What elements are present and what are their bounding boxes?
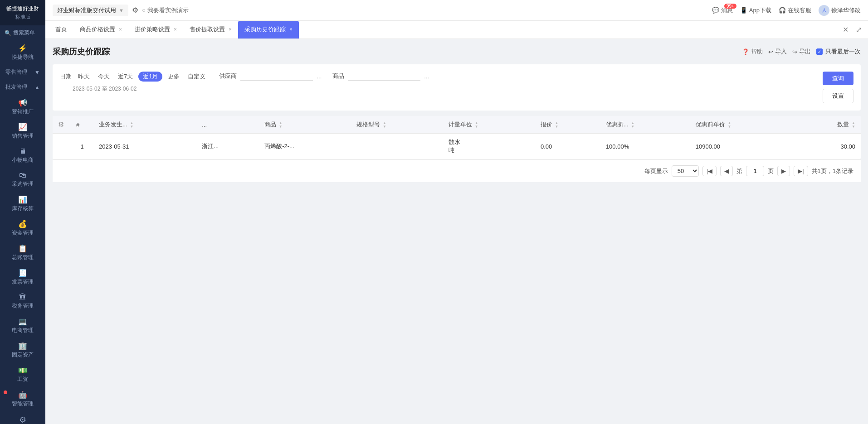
tab-purchase-strategy-close[interactable]: × [174, 26, 177, 33]
pagination: 每页显示 50 20 100 |◀ ◀ 第 页 ▶ ▶| 共1页，1条记录 [53, 159, 861, 182]
per-page-select[interactable]: 50 20 100 [672, 165, 699, 177]
sidebar-item-label: 快捷导航 [12, 53, 34, 61]
online-service-button[interactable]: 🎧 在线客服 [779, 6, 811, 14]
page-next-btn[interactable]: ▶ [777, 166, 790, 176]
sidebar-item-wholesale[interactable]: 批发管理 ▲ [0, 80, 45, 95]
date-option-more[interactable]: 更多 [165, 72, 182, 82]
main-area: 好业财标准版交付试用 ▼ ⚙ ○ 我要看实例演示 💬 消息 99+ 📱 App下… [45, 0, 868, 424]
export-action[interactable]: ↪ 导出 [792, 48, 811, 56]
sidebar-item-marketing[interactable]: 📢 营销推广 [0, 95, 45, 119]
supplier-more-btn[interactable]: ... [317, 73, 322, 80]
sidebar-search-item[interactable]: 🔍 搜索菜单 [0, 25, 45, 40]
topbar-left: 好业财标准版交付试用 ▼ ⚙ ○ 我要看实例演示 [53, 5, 712, 16]
sidebar: 畅捷通好业财 标准版 🔍 搜索菜单 ⚡ 快捷导航 零售管理 ▼ 批发管理 ▲ 📢… [0, 0, 45, 424]
sidebar-item-label: 电商管理 [12, 327, 34, 334]
only-latest-checkbox[interactable]: 只看最后一次 [816, 48, 861, 56]
sidebar-item-payroll[interactable]: 💵 工资 [0, 362, 45, 387]
th-unit-label: 计量单位 [449, 121, 472, 128]
sidebar-item-ecommerce[interactable]: 💻 电商管理 [0, 313, 45, 338]
sidebar-item-purchase[interactable]: 🛍 采购管理 [0, 168, 45, 192]
th-discount[interactable]: 优惠折... ▲▼ [600, 116, 690, 134]
th-more[interactable]: ... [196, 116, 259, 134]
settings-gear-icon[interactable]: ⚙ [19, 415, 26, 424]
page-number-input[interactable] [746, 166, 764, 176]
sidebar-item-inventory[interactable]: 📊 库存核算 [0, 192, 45, 216]
edition-selector[interactable]: 好业财标准版交付试用 ▼ [53, 5, 128, 16]
goods-filter-input[interactable] [348, 72, 420, 81]
date-filter-group: 日期 昨天 今天 近7天 近1月 更多 自定义 2023-05-02 至 202… [60, 72, 208, 93]
help-action[interactable]: ❓ 帮助 [742, 48, 763, 56]
tab-goods-price-label: 商品价格设置 [80, 25, 115, 34]
settings-button[interactable]: 设置 [823, 89, 853, 103]
column-settings-icon[interactable]: ⚙ [58, 120, 64, 128]
sidebar-item-invoice[interactable]: 🧾 发票管理 [0, 265, 45, 289]
tab-home[interactable]: 首页 [49, 21, 73, 39]
import-action[interactable]: ↩ 导入 [768, 48, 787, 56]
inventory-icon: 📊 [18, 195, 27, 204]
tab-purchase-strategy[interactable]: 进价策略设置 × [128, 21, 183, 39]
date-option-yesterday[interactable]: 昨天 [75, 72, 93, 82]
tab-purchase-history[interactable]: 采购历史价跟踪 × [238, 21, 299, 39]
sidebar-item-ecommerce-small[interactable]: 🖥 小畅电商 [0, 144, 45, 168]
row-goods: 丙烯酸-2-... [259, 134, 351, 159]
page-suffix-label: 页 [768, 167, 774, 175]
th-prediscount-price[interactable]: 优惠前单价 ▲▼ [690, 116, 795, 134]
row-num: 1 [71, 134, 93, 159]
tab-purchase-history-close[interactable]: × [289, 26, 293, 33]
sidebar-search-label: 搜索菜单 [13, 29, 35, 37]
sidebar-item-tax[interactable]: 🏛 税务管理 [0, 289, 45, 313]
user-profile-button[interactable]: 人 徐泽华修改 [819, 5, 861, 16]
goods-filter-group: 商品 ... [332, 72, 429, 81]
sidebar-item-retail[interactable]: 零售管理 ▼ [0, 65, 45, 80]
page-actions: ❓ 帮助 ↩ 导入 ↪ 导出 只看最后一次 [742, 48, 861, 56]
filter-bar: 日期 昨天 今天 近7天 近1月 更多 自定义 2023-05-02 至 202… [53, 64, 861, 111]
th-quantity[interactable]: 数量 ▲▼ [795, 116, 861, 134]
th-unit[interactable]: 计量单位 ▲▼ [443, 116, 535, 134]
sidebar-item-finance[interactable]: 💰 资金管理 [0, 216, 45, 241]
th-goods[interactable]: 商品 ▲▼ [259, 116, 351, 134]
app-download-label: App下载 [749, 6, 771, 14]
date-option-1month[interactable]: 近1月 [138, 72, 162, 82]
tab-home-label: 首页 [55, 25, 67, 34]
th-price[interactable]: 报价 ▲▼ [535, 116, 600, 134]
topbar-settings-icon[interactable]: ⚙ [132, 6, 138, 14]
sidebar-item-label: 营销推广 [12, 108, 34, 116]
th-date[interactable]: 业务发生... ▲▼ [93, 116, 196, 134]
tab-goods-price[interactable]: 商品价格设置 × [73, 21, 128, 39]
supplier-filter-input[interactable] [240, 72, 313, 81]
page-first-btn[interactable]: |◀ [702, 166, 717, 176]
table-row[interactable]: 1 2023-05-31 浙江... 丙烯酸-2-... 散水 吨 0.00 1… [53, 134, 861, 159]
chevron-up-icon: ▲ [34, 84, 40, 91]
tab-goods-price-close[interactable]: × [119, 26, 122, 33]
tab-selling-price-close[interactable]: × [229, 26, 232, 33]
goods-more-btn[interactable]: ... [424, 73, 429, 80]
sidebar-item-assets[interactable]: 🏢 固定资产 [0, 338, 45, 362]
message-button[interactable]: 💬 消息 99+ [712, 6, 733, 14]
payroll-icon: 💵 [18, 366, 27, 375]
page-last-btn[interactable]: ▶| [794, 166, 808, 176]
query-button[interactable]: 查询 [823, 72, 853, 85]
date-option-custom[interactable]: 自定义 [185, 72, 208, 82]
ecommerce-icon: 🖥 [19, 147, 26, 155]
demo-button[interactable]: ○ 我要看实例演示 [142, 6, 189, 14]
row-unit-val2: 吨 [449, 147, 454, 154]
sidebar-item-sales[interactable]: 📈 销售管理 [0, 119, 45, 144]
th-spec[interactable]: 规格型号 ▲▼ [351, 116, 443, 134]
purchase-icon: 🛍 [19, 171, 26, 179]
table-header-row: ⚙ # 业务发生... ▲▼ ... 商品 ▲▼ [53, 116, 861, 134]
sidebar-item-ledger[interactable]: 📋 总账管理 [0, 241, 45, 265]
filter-actions: 查询 设置 [823, 72, 853, 103]
tab-purchase-strategy-label: 进价策略设置 [135, 25, 170, 34]
tab-selling-price[interactable]: 售价提取设置 × [183, 21, 238, 39]
sidebar-dot-indicator [4, 390, 7, 394]
date-option-today[interactable]: 今天 [95, 72, 112, 82]
online-service-icon: 🎧 [779, 7, 786, 14]
page-prev-btn[interactable]: ◀ [720, 166, 733, 176]
date-option-7days[interactable]: 近7天 [115, 72, 136, 82]
sidebar-item-quick-nav[interactable]: ⚡ 快捷导航 [0, 40, 45, 65]
app-download-button[interactable]: 📱 App下载 [740, 6, 771, 14]
row-unit-val1: 散水 [449, 139, 460, 145]
sidebar-item-ai[interactable]: 🤖 智能管理 [0, 387, 45, 411]
tab-close-current-btn[interactable]: ✕ [840, 24, 851, 36]
tab-maximize-btn[interactable]: ⤢ [853, 24, 864, 36]
